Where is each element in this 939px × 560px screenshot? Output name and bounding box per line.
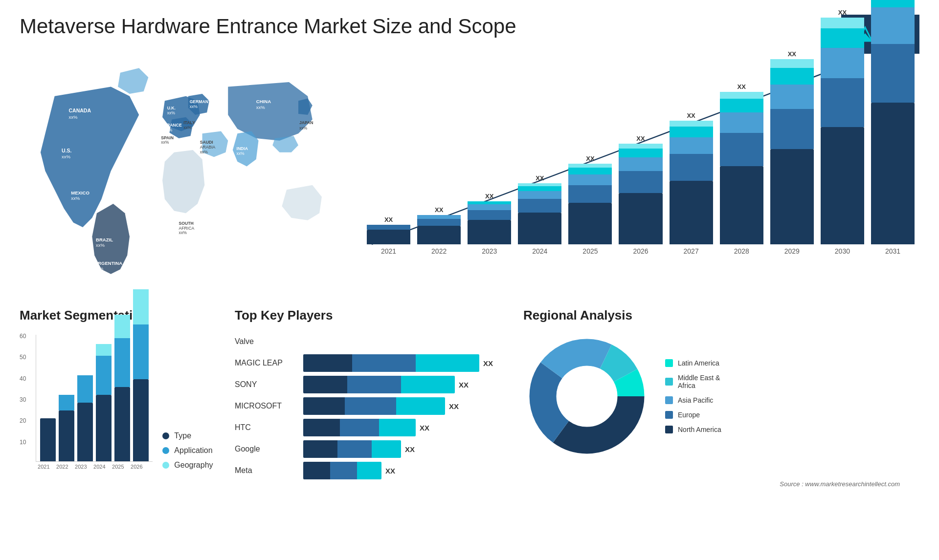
world-map: CANADA xx% U.S. xx% MEXICO xx% BRAZIL xx… [20,59,352,283]
legend-ap-label: Asia Pacific [678,396,713,404]
seg-bar-2021 [40,418,56,461]
legend-geography-dot [162,462,169,469]
player-bar-microsoft: XX [303,397,504,415]
legend-europe: Europe [665,411,721,419]
svg-text:xx%: xx% [164,128,173,132]
bar-group-2024: XX [518,174,561,244]
donut-area: Latin America Middle East &Africa Asia P… [523,333,919,460]
svg-text:JAPAN: JAPAN [299,120,313,125]
legend-na-color [665,426,673,433]
svg-text:ARGENTINA: ARGENTINA [94,260,122,266]
seg-bar-2022 [59,395,74,461]
seg-x-2025: 2025 [110,464,126,470]
svg-point-41 [557,366,617,427]
legend-mea-color [665,378,673,386]
bar-group-2026: XX [619,135,662,244]
map-section: CANADA xx% U.S. xx% MEXICO xx% BRAZIL xx… [20,59,352,303]
svg-text:MEXICO: MEXICO [71,190,89,195]
svg-text:xx%: xx% [71,195,80,201]
player-name-meta: Meta [235,466,298,475]
player-row-meta: Meta XX [235,462,504,479]
legend-eu-color [665,411,673,419]
svg-text:xx%: xx% [62,154,71,159]
legend-mea-label: Middle East &Africa [678,374,720,389]
regional-legend: Latin America Middle East &Africa Asia P… [665,359,721,433]
bar-group-2021: XX [367,216,410,244]
bar-group-2025: XX [568,155,612,244]
svg-text:xx%: xx% [179,230,187,235]
svg-text:ARABIA: ARABIA [200,145,216,150]
player-name-htc: HTC [235,423,298,432]
bar-group-2031: XX [871,0,915,244]
player-name-google: Google [235,445,298,453]
segmentation-legend: Type Application Geography [162,363,213,470]
svg-text:CANADA: CANADA [68,108,91,113]
y-label: 50 [20,354,26,361]
seg-bar-2026 [133,289,149,461]
source-text: Source : www.marketresearchintellect.com [760,475,919,493]
player-bar-google: XX [303,440,504,458]
player-row-google: Google XX [235,440,504,458]
svg-text:xx%: xx% [183,125,192,130]
legend-middle-east: Middle East &Africa [665,374,721,389]
legend-geography: Geography [162,461,213,470]
year-label: 2022 [417,247,461,255]
svg-text:SOUTH: SOUTH [179,221,194,226]
y-label: 30 [20,396,26,403]
year-label: 2030 [821,247,864,255]
svg-text:SPAIN: SPAIN [161,135,174,140]
player-row-microsoft: MICROSOFT XX [235,397,504,415]
year-label: 2023 [468,247,511,255]
players-section: Top Key Players Valve MAGIC LEAP [235,308,504,533]
players-title: Top Key Players [235,308,504,323]
regional-title: Regional Analysis [523,308,919,323]
regional-section: Regional Analysis [523,308,919,533]
svg-text:xx%: xx% [161,140,169,145]
svg-text:xx%: xx% [190,104,198,109]
legend-application: Application [162,446,213,455]
svg-text:FRANCE: FRANCE [164,123,182,128]
svg-text:xx%: xx% [96,242,105,248]
page-container: Metaverse Hardware Entrance Market Size … [0,0,939,538]
seg-x-2023: 2023 [73,464,89,470]
svg-text:BRAZIL: BRAZIL [96,237,113,242]
svg-text:xx%: xx% [94,266,104,271]
bar-group-2027: XX [670,112,713,244]
legend-la-color [665,359,673,367]
seg-bar-2025 [114,315,130,461]
growth-chart-section: XX XX [362,59,919,303]
header: Metaverse Hardware Entrance Market Size … [0,0,939,59]
bar-group-2030: XX [821,9,864,244]
svg-text:AFRICA: AFRICA [179,226,195,231]
svg-text:INDIA: INDIA [236,146,247,151]
player-bar-sony: XX [303,376,504,393]
y-label: 40 [20,375,26,382]
svg-text:xx%: xx% [256,105,266,110]
y-label: 20 [20,417,26,424]
player-row-sony: SONY XX [235,376,504,393]
legend-application-dot [162,447,169,454]
page-title: Metaverse Hardware Entrance Market Size … [20,15,516,38]
player-row-valve: Valve [235,333,504,350]
year-label: 2029 [770,247,814,255]
year-label: 2021 [367,247,410,255]
donut-chart [523,333,650,460]
legend-la-label: Latin America [678,359,719,367]
player-name-microsoft: MICROSOFT [235,402,298,410]
segmentation-section: Market Segmentation 60 50 40 30 20 10 [20,308,215,533]
seg-bar-2023 [77,375,93,461]
player-bar-magic-leap: XX [303,354,504,372]
player-name-sony: SONY [235,380,298,389]
legend-asia-pacific: Asia Pacific [665,396,721,404]
player-name-valve: Valve [235,337,298,346]
bar-group-2023: XX [468,193,511,244]
svg-text:U.K.: U.K. [167,106,176,110]
year-label: 2028 [720,247,763,255]
svg-text:SAUDI: SAUDI [200,140,213,145]
svg-text:xx%: xx% [167,110,176,115]
player-bar-htc: XX [303,419,504,436]
player-bar-valve [303,333,504,350]
year-label: 2026 [619,247,662,255]
year-label: 2025 [568,247,612,255]
seg-x-2022: 2022 [54,464,70,470]
